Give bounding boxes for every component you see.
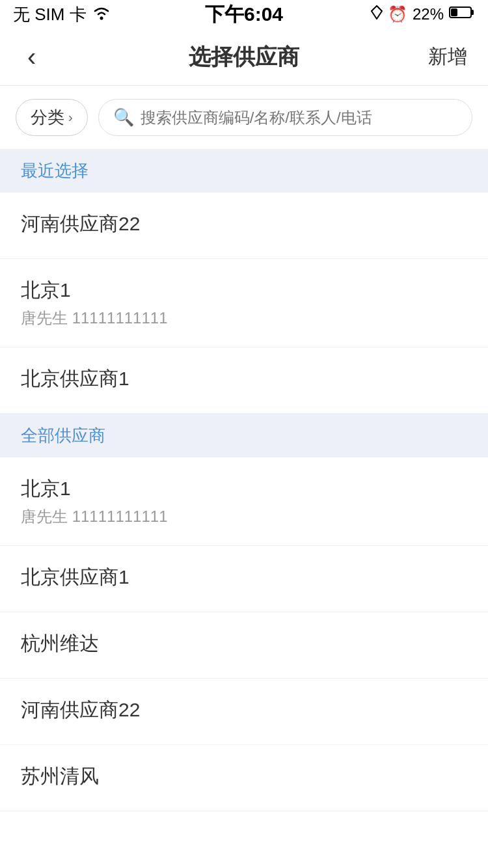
item-name: 河南供应商22 [21,211,467,237]
item-name: 苏州清风 [21,763,467,790]
category-label: 分类 [31,106,64,129]
item-name: 北京1 [21,476,467,502]
all-section-header: 全部供应商 [0,414,488,457]
nav-bar: ‹ 选择供应商 新增 [0,29,488,86]
all-section-label: 全部供应商 [21,426,105,445]
list-item[interactable]: 苏州清风 [0,745,488,811]
page-title: 选择供应商 [189,42,299,72]
list-item[interactable]: 北京1唐先生 11111111111 [0,457,488,546]
all-list: 北京1唐先生 11111111111北京供应商1杭州维达河南供应商22苏州清风 [0,457,488,811]
list-item[interactable]: 北京1唐先生 11111111111 [0,259,488,347]
item-sub: 唐先生 11111111111 [21,308,467,329]
battery-percent: 22% [413,5,444,23]
list-item[interactable]: 河南供应商22 [0,193,488,259]
recent-section-label: 最近选择 [21,161,88,180]
item-name: 北京1 [21,277,467,304]
list-item[interactable]: 杭州维达 [0,612,488,679]
list-item[interactable]: 北京供应商1 [0,347,488,414]
chevron-right-icon: › [68,110,73,125]
list-item[interactable]: 河南供应商22 [0,679,488,745]
status-left: 无 SIM 卡 [13,3,111,26]
filter-bar: 分类 › 🔍 [0,86,488,149]
recent-list: 河南供应商22北京1唐先生 11111111111北京供应商1 [0,193,488,414]
search-icon: 🔍 [113,107,134,128]
svg-rect-2 [471,10,474,15]
svg-rect-3 [451,8,457,16]
location-icon [371,5,383,23]
search-bar: 🔍 [98,99,472,136]
alarm-icon: ⏰ [388,5,407,23]
status-bar: 无 SIM 卡 下午6:04 ⏰ 22% [0,0,488,29]
status-right: ⏰ 22% [371,5,475,23]
item-sub: 唐先生 11111111111 [21,506,467,527]
battery-icon [449,5,475,23]
list-item[interactable]: 北京供应商1 [0,546,488,612]
item-name: 北京供应商1 [21,366,467,392]
back-button[interactable]: ‹ [21,36,42,78]
recent-section-header: 最近选择 [0,149,488,193]
item-name: 杭州维达 [21,631,467,657]
wifi-icon [92,5,111,25]
add-button[interactable]: 新增 [428,44,467,70]
search-input[interactable] [141,109,457,127]
sim-status: 无 SIM 卡 [13,3,87,26]
status-time: 下午6:04 [205,1,283,28]
item-name: 北京供应商1 [21,564,467,591]
item-name: 河南供应商22 [21,697,467,724]
category-button[interactable]: 分类 › [16,99,88,136]
svg-point-0 [100,16,103,20]
